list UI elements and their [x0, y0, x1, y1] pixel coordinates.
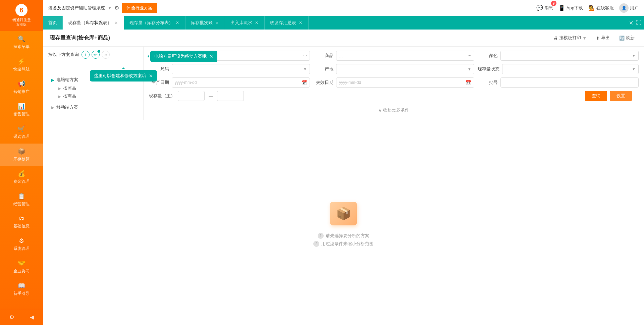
origin-select[interactable]: ▼ — [336, 64, 474, 74]
header-settings-icon[interactable]: ⚙ — [114, 5, 119, 11]
sidebar-item-label: 库存核算 — [13, 156, 30, 162]
empty-icon: 📦 — [327, 199, 360, 229]
sidebar-item-label: 快速导航 — [13, 66, 30, 72]
tab-receive-summary[interactable]: 收发存汇总表 ✕ — [265, 16, 309, 30]
tab-close-icon[interactable]: ✕ — [254, 20, 259, 26]
chevron-down-icon: ▼ — [468, 67, 471, 71]
sidebar-item-guide[interactable]: 📖 新手引导 — [0, 278, 43, 301]
marketing-icon: 📢 — [18, 80, 25, 88]
sidebar-item-search-menu[interactable]: 🔍 搜索菜单 — [0, 31, 43, 54]
export-icon: ⬆ — [596, 36, 600, 41]
online-service-action[interactable]: 💁 在线客服 — [588, 5, 614, 11]
empty-step-1: 1 请先选择要分析的方案 — [318, 233, 369, 239]
sidebar-nav: 🔍 搜索菜单 ⚡ 快速导航 📢 营销推广 📊 销售管理 🛒 采购管理 📦 库存核… — [0, 31, 43, 309]
inventory-main-max[interactable] — [217, 91, 244, 101]
collapse-row[interactable]: ∧ 收起更多条件 — [149, 104, 639, 116]
origin-filter: 产地 ▼ — [313, 64, 474, 74]
tab-fullscreen-icon[interactable]: ⛶ — [636, 20, 641, 26]
production-date-input[interactable]: yyyy-mm-dd 📅 — [172, 77, 310, 88]
tab-inventory-status-label: 现存量（库存状况表） — [68, 20, 112, 26]
notification-action[interactable]: 💬 消息 9 — [536, 5, 553, 11]
batch-no-input[interactable] — [500, 77, 639, 88]
sidebar-item-quick-nav[interactable]: ⚡ 快速导航 — [0, 54, 43, 76]
filter-row-4: 现存量（主） — 查询 设置 — [149, 91, 639, 101]
query-header: 按以下方案查询 + ✏ « — [48, 51, 138, 59]
sidebar-item-finance[interactable]: 💰 资金管理 — [0, 166, 43, 188]
origin-label: 产地 — [313, 66, 333, 72]
tab-close-icon[interactable]: ✕ — [114, 20, 118, 26]
header-left: 装备及固定资产辅助管理系统 ▼ ⚙ 体验行业方案 — [48, 3, 157, 13]
sidebar-item-enterprise[interactable]: 🤝 企业协同 — [0, 256, 43, 278]
tab-inventory-status[interactable]: 现存量（库存状况表） ✕ — [63, 16, 124, 30]
user-action[interactable]: 👤 用户 — [619, 3, 639, 13]
add-scheme-btn[interactable]: + — [82, 51, 90, 59]
sub-item-by-category[interactable]: ▶ 按照品 — [58, 84, 138, 92]
tab-close-all-icon[interactable]: ✕ — [629, 20, 633, 26]
color-filter: 颜色 ▼ — [478, 51, 639, 61]
empty-text: 1 请先选择要分析的方案 2 用过滤条件来缩小分析范围 — [313, 233, 374, 247]
tab-inventory-dist-label: 现存量（库存分布表） — [129, 20, 173, 26]
filter-main: 仓库 ... ⋯ 商品 ... ⋯ — [144, 47, 644, 120]
export-btn[interactable]: ⬆ 导出 — [593, 34, 612, 42]
scheme-tooltip-text: 电脑方案可设为移动方案哦 — [154, 53, 207, 59]
empty-state: 📦 1 请先选择要分析的方案 2 用过滤条件来缩小分析范围 — [43, 120, 644, 325]
expiry-date-input[interactable]: yyyy-mm-dd 📅 — [336, 77, 474, 88]
sidebar-item-sales[interactable]: 📊 销售管理 — [0, 99, 43, 121]
sub-item-by-product[interactable]: ▶ 按商品 — [58, 92, 138, 100]
page-content: 现存量查询(按仓库+商品) 🖨 按模板打印 ▼ ⬆ 导出 🔄 刷新 — [43, 30, 644, 325]
tab-close-icon[interactable]: ✕ — [298, 20, 303, 26]
step-1-text: 请先选择要分析的方案 — [326, 233, 369, 239]
tab-inventory-dist[interactable]: 现存量（库存分布表） ✕ — [124, 16, 185, 30]
logo-icon: 6 — [15, 4, 28, 16]
size-select[interactable]: ▼ — [172, 64, 310, 74]
mobile-scheme-branch[interactable]: ▶ 移动端方案 — [51, 103, 138, 112]
sidebar-item-system[interactable]: ⚙ 系统管理 — [0, 233, 43, 256]
sidebar-item-inventory[interactable]: 📦 库存核算 — [0, 144, 43, 166]
sidebar-settings-btn[interactable]: ⚙ — [8, 313, 15, 322]
tab-home[interactable]: 首页 — [43, 16, 63, 30]
expiry-date-label: 失效日期 — [313, 79, 333, 86]
tab-batch-ledger[interactable]: 库存批次账 ✕ — [185, 16, 225, 30]
dropdown-arrow-icon: ▼ — [108, 6, 112, 10]
tab-inout-flow-label: 出入库流水 — [230, 20, 252, 26]
sidebar-item-label: 营销推广 — [13, 89, 30, 95]
sidebar-item-basic-info[interactable]: 🗂 基础信息 — [0, 211, 43, 233]
service-icon: 💁 — [588, 5, 595, 11]
notification-label: 消息 — [544, 5, 553, 11]
print-btn[interactable]: 🖨 按模板打印 ▼ — [551, 34, 589, 42]
print-icon: 🖨 — [553, 36, 558, 41]
tab-inout-flow[interactable]: 出入库流水 ✕ — [225, 16, 265, 30]
online-service-label: 在线客服 — [596, 5, 614, 11]
product-select[interactable]: ... ⋯ — [336, 51, 474, 61]
user-label: 用户 — [630, 5, 639, 11]
reset-btn[interactable]: 设置 — [610, 91, 632, 101]
step-2-text: 用过滤条件来缩小分析范围 — [321, 241, 374, 247]
color-select[interactable]: ▼ — [500, 51, 639, 61]
tab-close-icon[interactable]: ✕ — [215, 20, 219, 26]
sidebar-item-purchase[interactable]: 🛒 采购管理 — [0, 121, 43, 144]
search-btn[interactable]: 查询 — [585, 91, 607, 101]
industry-btn[interactable]: 体验行业方案 — [122, 3, 157, 13]
user-avatar: 👤 — [619, 3, 629, 13]
inventory-status-select[interactable]: ▼ — [502, 64, 639, 74]
batch-no-label: 批号 — [478, 79, 498, 86]
sidebar-item-operations[interactable]: 📋 经营管理 — [0, 188, 43, 211]
back-scheme-btn[interactable]: « — [102, 51, 110, 59]
app-download-action[interactable]: 📱 App下载 — [558, 5, 583, 11]
inventory-status-label: 现存量状态 — [478, 66, 499, 72]
tab-close-icon[interactable]: ✕ — [175, 20, 180, 26]
sidebar-item-label: 系统管理 — [13, 246, 30, 252]
chevron-up-icon: ∧ — [378, 108, 382, 113]
edit-tooltip-close[interactable]: ✕ — [149, 73, 153, 78]
inventory-main-min[interactable] — [178, 91, 205, 101]
sidebar-item-label: 搜索菜单 — [13, 44, 30, 50]
query-label: 按以下方案查询 — [48, 52, 79, 58]
sidebar-collapse-btn[interactable]: ◀ — [29, 313, 35, 322]
tab-home-label: 首页 — [48, 20, 57, 26]
refresh-btn[interactable]: 🔄 刷新 — [616, 34, 637, 42]
sidebar-item-label: 采购管理 — [13, 134, 30, 140]
scheme-tooltip-close[interactable]: ✕ — [209, 54, 213, 59]
app-icon: 📱 — [558, 5, 565, 11]
sidebar-item-marketing[interactable]: 📢 营销推广 — [0, 76, 43, 99]
edit-scheme-btn[interactable]: ✏ — [92, 51, 100, 59]
